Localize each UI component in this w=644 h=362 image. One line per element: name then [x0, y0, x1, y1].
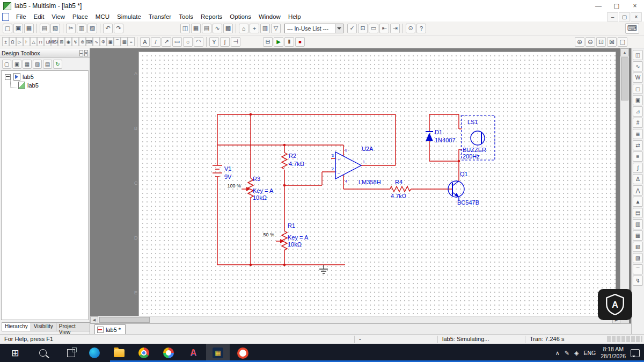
bode-plotter-icon[interactable]: ⊿ [633, 106, 643, 117]
keyboard-panel-icon[interactable]: ⌨ [625, 23, 639, 34]
taskbar-a-app-icon[interactable]: A [181, 344, 205, 362]
component-v1-battery[interactable]: V1 9V [213, 165, 232, 180]
r3-percent-label[interactable]: 100 % [227, 183, 241, 189]
bus-icon[interactable]: ≡ [128, 37, 135, 46]
r4-resistor-symbol[interactable] [390, 186, 411, 192]
component-wizard-icon[interactable]: + [250, 24, 259, 33]
grapher-icon[interactable]: ∿ [213, 24, 222, 33]
horizontal-scroll-thumb[interactable] [99, 317, 150, 323]
misc-digital-components-icon[interactable]: MISC [51, 37, 58, 46]
menu-view[interactable]: View [48, 13, 69, 20]
frequency-counter-icon[interactable]: # [633, 118, 643, 128]
diode-triangle[interactable] [426, 133, 433, 141]
new-design-icon[interactable]: ▢ [3, 24, 12, 33]
parent-sheet-icon[interactable]: ⌂ [239, 24, 248, 33]
task-view-button[interactable] [59, 344, 83, 362]
mixed-components-icon[interactable]: ⊠ [58, 37, 65, 46]
r2-ref-label[interactable]: R2 [289, 153, 296, 159]
zoom-fit-icon[interactable]: ⊠ [607, 37, 617, 47]
d1-ref-label[interactable]: D1 [435, 129, 442, 135]
save-icon[interactable]: ▦ [24, 24, 34, 33]
tab-hierarchy[interactable]: Hierarchy [2, 322, 31, 331]
tab-visibility[interactable]: Visibility [31, 322, 56, 331]
pause-simulation-button[interactable]: Ⅱ [284, 37, 294, 47]
database-manager-icon[interactable]: ▥ [260, 24, 270, 33]
postprocessor-icon[interactable]: ▩ [223, 24, 233, 33]
ls1-part-label[interactable]: BUZZER [463, 147, 486, 153]
word-generator-icon[interactable]: ≣ [633, 129, 643, 139]
component-r1-potentiometer[interactable]: R1 50 % Key = A 10kΩ [263, 222, 308, 251]
component-ls1-buzzer[interactable]: LS1 BUZZER 200Hz [462, 115, 495, 160]
spice-netlist-icon[interactable]: ▤ [202, 24, 211, 33]
measurement-probe-icon[interactable]: ⊣ [231, 37, 240, 47]
q1-ref-label[interactable]: Q1 [460, 171, 468, 177]
tray-chevron-icon[interactable]: ∧ [555, 350, 560, 357]
place-arrow-icon[interactable]: ↗ [162, 37, 171, 47]
forward-annotate-icon[interactable]: ⇥ [390, 24, 400, 33]
menu-file[interactable]: File [12, 13, 30, 20]
place-line-icon[interactable]: / [151, 37, 160, 47]
electromech-components-icon[interactable]: Φ [100, 37, 107, 46]
menu-window[interactable]: Window [255, 13, 284, 20]
place-ellipse-icon[interactable]: ○ [183, 37, 193, 47]
find-examples-icon[interactable]: ⊙ [406, 24, 415, 33]
zoom-out-icon[interactable]: ⊖ [586, 37, 595, 47]
component-r3-potentiometer[interactable]: R3 100 % Key = A 10kΩ [227, 176, 273, 201]
r3-key-label[interactable]: Key = A [253, 187, 274, 194]
place-text-icon[interactable]: A [140, 37, 150, 47]
menu-edit[interactable]: Edit [30, 13, 48, 20]
overlay-logo[interactable]: A [598, 289, 632, 320]
help-icon[interactable]: ? [416, 24, 426, 33]
current-probe-icon[interactable]: ∫ [220, 37, 230, 47]
r4-ref-label[interactable]: R4 [395, 179, 402, 185]
zoom-in-icon[interactable]: ⊕ [575, 37, 584, 47]
voltage-probe-icon[interactable]: Y [209, 37, 219, 47]
toolbox-close-file-icon[interactable]: ▨ [33, 60, 42, 69]
run-simulation-button[interactable]: ▶ [274, 37, 283, 47]
zoom-full-icon[interactable]: ▢ [618, 37, 627, 47]
tray-pen-icon[interactable]: ✎ [565, 350, 569, 357]
labview-instruments-icon[interactable]: ▨ [633, 253, 643, 263]
scroll-up-button[interactable]: ▲ [620, 48, 629, 56]
paste-icon[interactable]: ▨ [87, 24, 97, 33]
start-button[interactable]: ⊞ [3, 344, 27, 362]
ground-symbol[interactable] [319, 265, 328, 273]
q1-part-label[interactable]: BC547B [457, 199, 479, 206]
tab-project-view[interactable]: Project View [56, 322, 90, 331]
advanced-peripherals-icon[interactable]: ⌨ [86, 37, 93, 46]
current-clamp-icon[interactable]: ⌒ [633, 264, 643, 274]
r3-ref-label[interactable]: R3 [253, 176, 260, 182]
action-center-icon[interactable] [631, 349, 640, 357]
r1-percent-label[interactable]: 50 % [263, 232, 274, 237]
oscilloscope-icon[interactable]: ▢ [633, 84, 643, 94]
print-icon[interactable]: ▤ [40, 24, 49, 33]
toolbox-save-icon[interactable]: ▦ [23, 60, 32, 69]
connector-components-icon[interactable]: ⌒ [114, 37, 121, 46]
u2a-part-label[interactable]: LM358H [358, 179, 381, 185]
horizontal-scrollbar[interactable]: ◀ ▶ [90, 316, 620, 323]
redo-icon[interactable]: ↷ [114, 24, 123, 33]
cut-icon[interactable]: ✂ [66, 24, 76, 33]
clock[interactable]: 8:18 AM 28/1/2026 [601, 346, 626, 360]
transistor-components-icon[interactable]: ⊦ [23, 37, 30, 46]
breadboard-icon[interactable]: ▭ [369, 24, 378, 33]
tree-item-lab5-root[interactable]: lab5 [2, 73, 88, 81]
iv-analyzer-icon[interactable]: ∫ [633, 163, 643, 173]
menu-reports[interactable]: Reports [197, 13, 226, 20]
taskbar-chrome-icon[interactable] [132, 344, 156, 362]
rf-components-icon[interactable]: ∿ [93, 37, 100, 46]
r1-ref-label[interactable]: R1 [288, 222, 295, 229]
logic-converter-icon[interactable]: ⇄ [633, 140, 643, 150]
menu-options[interactable]: Options [226, 13, 255, 20]
taskbar-chrome-profile-icon[interactable] [157, 344, 180, 362]
menu-help[interactable]: Help [284, 13, 305, 20]
source-components-icon[interactable]: ± [2, 37, 9, 46]
indicator-components-icon[interactable]: ◉ [65, 37, 72, 46]
interactive-simulation-icon[interactable]: ⊟ [263, 37, 273, 47]
agilent-function-generator-icon[interactable]: ▤ [633, 208, 643, 218]
menu-transfer[interactable]: Transfer [145, 13, 175, 20]
place-rect-icon[interactable]: ▭ [172, 37, 182, 47]
component-r4-resistor[interactable]: R4 4.7kΩ [390, 179, 411, 199]
mcu-components-icon[interactable]: ▦ [121, 37, 128, 46]
component-r2-resistor[interactable]: R2 4.7kΩ [282, 153, 304, 169]
